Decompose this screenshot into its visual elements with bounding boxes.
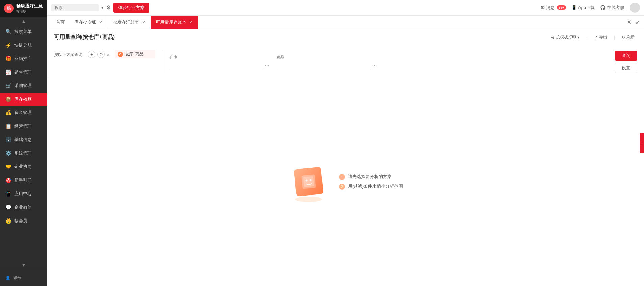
query-inputs: 仓库 ··· 商品 ··· 查询 设置 xyxy=(169,50,637,73)
tip-number-2: 2 xyxy=(339,184,345,190)
sidebar-item-search[interactable]: 🔍 搜索菜单 xyxy=(0,25,47,38)
tab-expand-button[interactable]: ⤢ xyxy=(634,18,641,27)
filter-scheme-item[interactable]: ↺ 仓库+商品 xyxy=(115,50,155,58)
sidebar-item-enterprise[interactable]: 🤝 企业协同 xyxy=(0,160,47,174)
sidebar-item-label-system: 系统管理 xyxy=(14,150,32,156)
sidebar-item-system[interactable]: ⚙️ 系统管理 xyxy=(0,147,47,160)
search-icon: 🔍 xyxy=(5,29,11,35)
topbar-gear-button[interactable]: ⚙ xyxy=(106,4,111,11)
sidebar-item-shortcut[interactable]: ⚡ 快捷导航 xyxy=(0,38,47,52)
sidebar-item-finance[interactable]: 💰 资金管理 xyxy=(0,106,47,120)
topbar-right: ✉ 消息 99+ 📱 App下载 🎧 在线客服 xyxy=(541,3,640,13)
empty-box-face xyxy=(301,174,316,189)
filter-collapse-button[interactable]: « xyxy=(107,52,109,57)
user-icon: 👤 xyxy=(5,276,10,280)
product-more-button[interactable]: ··· xyxy=(372,62,377,68)
sidebar-item-marketing[interactable]: 🎁 营销推广 xyxy=(0,52,47,66)
sidebar-item-operations[interactable]: 📋 经营管理 xyxy=(0,120,47,133)
sidebar-item-label-purchase: 采购管理 xyxy=(14,83,32,89)
sidebar-item-label-guide: 新手引导 xyxy=(14,177,32,183)
tab-home-label: 首页 xyxy=(56,19,65,25)
divider-2: | xyxy=(614,35,615,40)
export-icon: ↗ xyxy=(594,35,598,40)
customer-service-button[interactable]: 🎧 在线客服 xyxy=(600,5,624,11)
basic-icon: 🗄️ xyxy=(5,137,11,143)
tab-home[interactable]: 首页 xyxy=(51,16,70,29)
marketing-icon: 🎁 xyxy=(5,56,11,62)
empty-tip-2: 2 用[过滤]条件来缩小分析范围 xyxy=(339,183,403,190)
settings-button[interactable]: 设置 xyxy=(615,63,637,73)
search-input[interactable] xyxy=(51,4,99,11)
empty-box-shadow xyxy=(295,197,322,202)
sidebar-bottom-user[interactable]: 👤 账号 xyxy=(0,272,47,283)
query-button[interactable]: 查询 xyxy=(615,51,637,61)
tab-batch-account-close[interactable]: ✕ xyxy=(98,20,103,25)
tab-available-ledger-close[interactable]: ✕ xyxy=(188,20,193,25)
template-print-button[interactable]: 🖨 按模板打印 ▾ xyxy=(548,33,582,42)
empty-tips: 1 请先选择要分析的方案 2 用[过滤]条件来缩小分析范围 xyxy=(339,174,403,190)
filter-area: 按以下方案查询 + ⚙ « ↺ 仓库+商品 仓库 ··· xyxy=(47,46,644,77)
sidebar-bottom: 👤 账号 xyxy=(0,269,47,286)
svg-rect-0 xyxy=(303,176,314,187)
operations-icon: 📋 xyxy=(5,123,11,129)
tab-close-all-button[interactable]: ✕ xyxy=(626,18,633,27)
divider-1: | xyxy=(586,35,587,40)
messages-badge: 99+ xyxy=(557,5,566,10)
tab-available-ledger[interactable]: 可用量库存账本 ✕ xyxy=(151,16,198,29)
sidebar-item-label-basic: 基础信息 xyxy=(14,137,32,143)
sidebar-item-wechat[interactable]: 💬 企业微信 xyxy=(0,201,47,214)
sidebar-nav: 🔍 搜索菜单 ⚡ 快捷导航 🎁 营销推广 📈 销售管理 🛒 采购管理 📦 库存核… xyxy=(0,25,47,261)
sidebar-item-basic[interactable]: 🗄️ 基础信息 xyxy=(0,133,47,147)
warehouse-input[interactable] xyxy=(169,61,264,69)
sidebar-item-sales[interactable]: 📈 销售管理 xyxy=(0,66,47,79)
messages-button[interactable]: ✉ 消息 99+ xyxy=(541,5,566,11)
filter-add-button[interactable]: + xyxy=(88,51,95,58)
right-sidebar-handle[interactable]: ⋮ xyxy=(640,133,644,153)
product-input[interactable] xyxy=(276,61,371,69)
sidebar-item-label-member: 畅会员 xyxy=(14,218,27,224)
page-content: 可用量查询(按仓库+商品) 🖨 按模板打印 ▾ | ↗ 导出 | ↻ 刷新 xyxy=(47,29,644,286)
tab-receipts-summary-close[interactable]: ✕ xyxy=(141,20,146,25)
sidebar-item-guide[interactable]: 🎯 新手引导 xyxy=(0,174,47,187)
print-dropdown-icon: ▾ xyxy=(577,35,579,40)
tab-batch-account[interactable]: 库存批次账 ✕ xyxy=(70,16,108,29)
main-area: ▾ ⚙ 体验行业方案 ✉ 消息 99+ 📱 App下载 🎧 在线客服 首页 xyxy=(47,0,644,286)
sidebar-item-label-wechat: 企业微信 xyxy=(14,204,32,210)
sidebar-title: 畅康通好生意 xyxy=(16,3,43,9)
warehouse-more-button[interactable]: ··· xyxy=(265,62,269,68)
sidebar-item-label-inventory: 库存核算 xyxy=(14,96,32,102)
headset-icon: 🎧 xyxy=(600,5,606,10)
sidebar-item-label-sales: 销售管理 xyxy=(14,69,32,75)
message-icon: ✉ xyxy=(541,5,545,10)
scheme-label: 仓库+商品 xyxy=(125,51,144,57)
handle-dots: ⋮ xyxy=(641,141,644,145)
filter-settings-button[interactable]: ⚙ xyxy=(97,51,105,58)
filter-scheme-list: ↺ 仓库+商品 xyxy=(115,50,155,58)
export-button[interactable]: ↗ 导出 xyxy=(592,33,610,42)
guide-icon: 🎯 xyxy=(5,177,11,183)
dropdown-button[interactable]: ▾ xyxy=(101,5,103,10)
user-avatar[interactable] xyxy=(630,3,640,13)
sidebar-item-purchase[interactable]: 🛒 采购管理 xyxy=(0,79,47,93)
sidebar-header: 畅 畅康通好生意 标准版 xyxy=(0,0,47,17)
refresh-button[interactable]: ↻ 刷新 xyxy=(619,33,637,42)
sidebar-scroll-up[interactable]: ▲ xyxy=(0,17,47,25)
empty-box-icon xyxy=(294,167,324,197)
tab-receipts-summary[interactable]: 收发存汇总表 ✕ xyxy=(108,16,151,29)
sidebar-item-label-marketing: 营销推广 xyxy=(14,56,32,62)
sidebar-scroll-down[interactable]: ▼ xyxy=(0,261,47,269)
scheme-icon: ↺ xyxy=(118,52,123,57)
sidebar-item-member[interactable]: 👑 畅会员 xyxy=(0,214,47,228)
print-icon: 🖨 xyxy=(550,35,555,40)
filter-divider xyxy=(162,50,162,73)
sidebar-item-apps[interactable]: 📱 应用中心 xyxy=(0,187,47,201)
empty-illustration xyxy=(288,161,329,202)
trial-button[interactable]: 体验行业方案 xyxy=(113,3,149,13)
tab-available-ledger-label: 可用量库存账本 xyxy=(156,19,186,25)
sidebar-item-inventory[interactable]: 📦 库存核算 xyxy=(0,93,47,106)
app-download-button[interactable]: 📱 App下载 xyxy=(571,5,595,11)
topbar: ▾ ⚙ 体验行业方案 ✉ 消息 99+ 📱 App下载 🎧 在线客服 xyxy=(47,0,644,16)
filter-action-buttons: + ⚙ « xyxy=(88,50,109,58)
enterprise-icon: 🤝 xyxy=(5,164,11,170)
sidebar-logo: 畅 xyxy=(4,4,14,13)
